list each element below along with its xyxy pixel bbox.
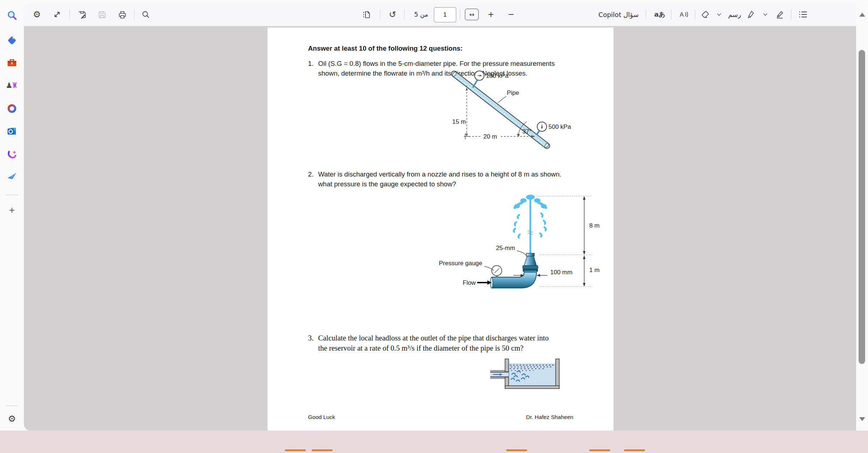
- running-indicator: [285, 449, 306, 451]
- find-in-doc-icon[interactable]: [138, 7, 153, 22]
- gauge1-label: 180 kPa: [486, 72, 509, 79]
- save-icon[interactable]: [95, 7, 109, 22]
- toolbar-divider: [404, 9, 405, 20]
- d2-gauge-label: Pressure gauge: [439, 260, 482, 267]
- image-creator-brush-icon[interactable]: [5, 147, 19, 161]
- page-count-label: من 5: [411, 7, 432, 22]
- q2-line2: what pressure is the gauge expected to s…: [318, 179, 456, 189]
- sidebar-divider: [5, 195, 18, 195]
- toolbar-divider: [791, 9, 791, 20]
- d2-flow-label: Flow: [463, 279, 476, 286]
- m365-icon[interactable]: [5, 102, 19, 115]
- toolbar-divider: [460, 9, 460, 20]
- start-paper-plane-icon[interactable]: [5, 169, 19, 183]
- d2-1m-label: 1 m: [589, 267, 599, 274]
- toolbar-divider: [671, 9, 671, 20]
- gauge2-label: 500 kPa: [548, 123, 571, 130]
- scroll-up-arrow[interactable]: [858, 11, 867, 18]
- q3-diagram-reservoir: [490, 356, 566, 394]
- q2-diagram-nozzle: 8 m 1 m: [431, 192, 601, 293]
- chess-rook-glyph: ♜: [12, 81, 18, 90]
- scroll-down-arrow[interactable]: [858, 415, 867, 423]
- sidebar-settings-gear-icon[interactable]: ⚙: [5, 412, 19, 426]
- sidebar-bottom-divider: [5, 406, 18, 406]
- outlook-icon[interactable]: [5, 124, 19, 138]
- chevron-down-icon[interactable]: [714, 7, 724, 22]
- pen-icon[interactable]: [745, 7, 758, 22]
- pipe-label: Pipe: [507, 89, 519, 96]
- read-aloud-icon[interactable]: A: [675, 7, 692, 22]
- footer-instructor: Dr. Hafez Shaheen: [526, 414, 573, 420]
- q3-line1: Calculate the local headloss at the outl…: [318, 333, 549, 343]
- fit-to-width-button[interactable]: ↔: [465, 9, 479, 20]
- ask-copilot-button[interactable]: سؤال Copilot: [595, 7, 642, 22]
- toolbar-divider: [69, 9, 70, 20]
- toolbar-divider: [695, 9, 695, 20]
- fit-width-icon: ↔: [469, 11, 474, 18]
- d2-dia-label: 100 mm: [550, 269, 572, 276]
- contents-icon[interactable]: [795, 7, 811, 22]
- page-view-icon[interactable]: [359, 7, 374, 22]
- d1-angle-label: 37°: [522, 128, 532, 135]
- svg-text:A: A: [680, 11, 684, 18]
- running-indicator: [589, 449, 610, 451]
- q1-number: 1.: [308, 59, 313, 68]
- scroll-thumb[interactable]: [859, 50, 865, 364]
- pdf-settings-button[interactable]: ⚙: [30, 7, 44, 22]
- eraser-icon[interactable]: [698, 7, 713, 22]
- bing-search-icon[interactable]: [5, 9, 19, 22]
- q3-line2: the reservoir at a rate of 0.5 m³/s if t…: [318, 343, 523, 353]
- pdf-page: Answer at least 10 of the following 12 q…: [268, 27, 613, 431]
- games-icon[interactable]: ♟♜: [4, 79, 20, 92]
- screen: { "toolbar": { "of_label": "من 5", "page…: [0, 0, 868, 453]
- d1-base-label: 20 m: [483, 133, 497, 140]
- q2-line1: Water is discharged vertically from a no…: [318, 169, 561, 179]
- chevron-down-icon[interactable]: [760, 7, 771, 22]
- d2-nozzle-label: 25-mm: [496, 245, 515, 251]
- scrollbar[interactable]: [856, 3, 868, 431]
- toolbar-divider: [380, 9, 380, 20]
- zoom-out-button[interactable]: −: [504, 7, 518, 22]
- q3-number: 3.: [308, 333, 313, 343]
- d1-height-label: 15 m: [452, 118, 466, 125]
- translate-icon[interactable]: aあ: [651, 7, 668, 22]
- page-number-input[interactable]: 1: [434, 7, 456, 22]
- fullscreen-icon[interactable]: [50, 7, 64, 22]
- running-indicator: [312, 449, 333, 451]
- print-icon[interactable]: [115, 7, 129, 22]
- zoom-in-button[interactable]: +: [484, 7, 498, 22]
- exam-heading: Answer at least 10 of the following 12 q…: [308, 43, 463, 53]
- d2-8m-label: 8 m: [589, 222, 599, 229]
- pdf-toolbar: ⚙: [24, 3, 868, 26]
- toolbar-divider: [134, 9, 134, 20]
- q2-number: 2.: [308, 169, 313, 179]
- toolbox-icon[interactable]: [5, 56, 19, 70]
- shopping-tag-icon[interactable]: [5, 33, 19, 47]
- draw-label[interactable]: رسم: [726, 7, 743, 22]
- sidebar-add-button[interactable]: +: [5, 203, 19, 217]
- save-as-icon[interactable]: [75, 7, 89, 22]
- running-indicator: [624, 449, 645, 451]
- rotate-icon[interactable]: ↺: [385, 7, 400, 22]
- edge-sidebar: ♟♜ + ⚙: [0, 0, 24, 431]
- taskbar: PRE ٠٩:٥٩ م ٤٥/٠٩/٢٧ ENG: [0, 431, 868, 453]
- toolbar-divider: [646, 9, 646, 20]
- footer-good-luck: Good Luck: [308, 414, 335, 420]
- q1-diagram-inclined-pipe: 180 kPa Pipe 15 m 20 m 37° 500 kPa: [447, 65, 592, 153]
- highlighter-icon[interactable]: [773, 7, 787, 22]
- running-indicator: [506, 449, 527, 451]
